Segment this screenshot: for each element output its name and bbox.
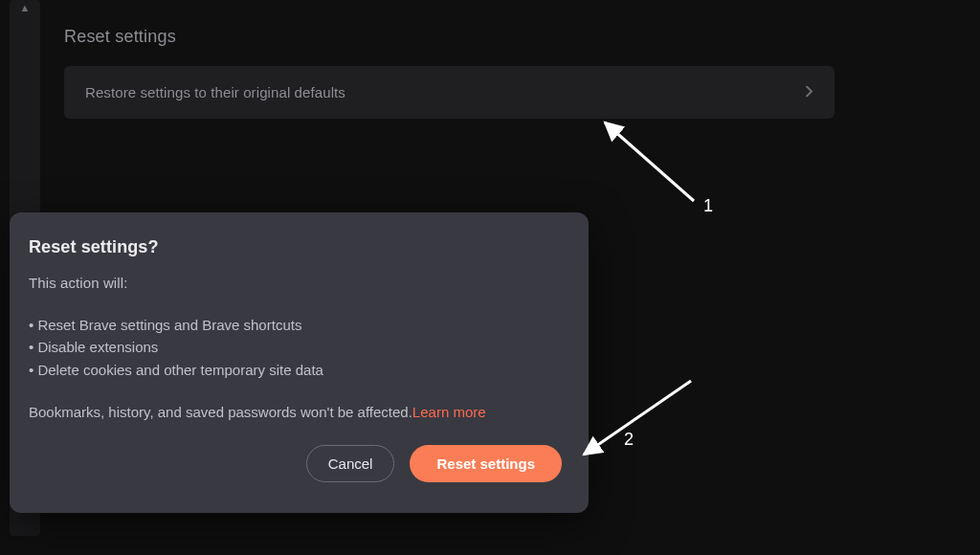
dialog-bullet: • Delete cookies and other temporary sit… <box>29 359 569 381</box>
scroll-up-icon[interactable]: ▲ <box>20 2 31 13</box>
reset-settings-dialog: Reset settings? This action will: • Rese… <box>10 212 589 513</box>
dialog-footer-text: Bookmarks, history, and saved passwords … <box>29 404 412 420</box>
reset-settings-button[interactable]: Reset settings <box>410 445 562 482</box>
cancel-button[interactable]: Cancel <box>306 445 395 482</box>
annotation-label-2: 2 <box>624 430 634 450</box>
dialog-bullet: • Disable extensions <box>29 336 569 358</box>
chevron-right-icon <box>806 85 813 100</box>
learn-more-link[interactable]: Learn more <box>412 404 486 420</box>
dialog-subtitle: This action will: <box>29 275 569 291</box>
restore-defaults-label: Restore settings to their original defau… <box>85 84 345 100</box>
restore-defaults-row[interactable]: Restore settings to their original defau… <box>64 66 835 119</box>
dialog-footer: Bookmarks, history, and saved passwords … <box>29 404 569 420</box>
dialog-title: Reset settings? <box>29 237 569 257</box>
annotation-label-1: 1 <box>703 196 713 216</box>
dialog-bullet: • Reset Brave settings and Brave shortcu… <box>29 314 569 336</box>
dialog-actions: Cancel Reset settings <box>29 445 569 482</box>
section-title: Reset settings <box>64 27 176 47</box>
dialog-bullets: • Reset Brave settings and Brave shortcu… <box>29 314 569 381</box>
